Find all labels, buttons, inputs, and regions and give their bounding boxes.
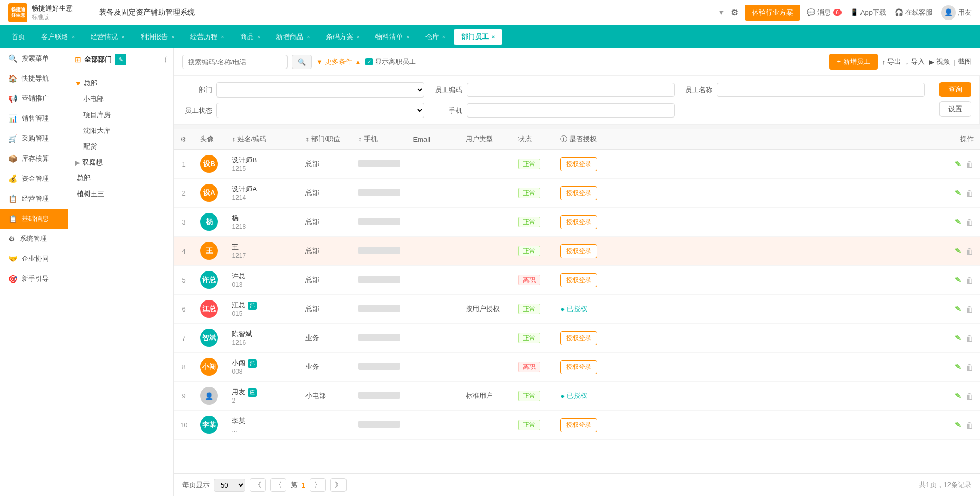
nav-barcode[interactable]: 条码方案 × <box>319 29 367 45</box>
dept-group-shuanting[interactable]: ▶ 双庭想 <box>68 154 173 170</box>
last-page-btn[interactable]: 》 <box>330 478 347 492</box>
sidebar-item-management[interactable]: 📋 经营管理 <box>0 189 68 209</box>
phone-input[interactable] <box>467 103 675 118</box>
sidebar-item-base[interactable]: 📋 基础信息 <box>0 209 68 229</box>
nav-close-icon[interactable]: × <box>171 34 174 40</box>
sidebar-item-system[interactable]: ⚙ 系统管理 <box>0 229 68 249</box>
nav-employees[interactable]: 部门员工 × <box>454 29 502 45</box>
dept-node-shenyang[interactable]: 沈阳大库 <box>68 123 173 139</box>
edit-btn[interactable]: ✎ <box>955 362 962 372</box>
nav-close-active-icon[interactable]: × <box>492 34 495 40</box>
sidebar-item-nav[interactable]: 🏠 快捷导航 <box>0 69 68 89</box>
show-resigned-checkbox[interactable]: ✓ <box>365 58 373 65</box>
page-size-select[interactable]: 50 20 100 <box>214 479 245 492</box>
import-btn[interactable]: ↓ 导入 <box>905 57 925 66</box>
dept-collapse-btn[interactable]: ⟨ <box>164 55 167 64</box>
col-dept-pos[interactable]: ↕ 部门/职位 <box>299 129 352 150</box>
nav-warehouse[interactable]: 仓库 × <box>418 29 453 45</box>
delete-btn[interactable]: 🗑 <box>966 392 974 401</box>
message-btn[interactable]: 💬 消息 6 <box>807 8 842 17</box>
edit-btn[interactable]: ✎ <box>955 275 962 285</box>
online-service-btn[interactable]: 🎧 在线客服 <box>895 8 933 17</box>
dept-edit-btn[interactable]: ✎ <box>115 54 126 65</box>
edit-btn[interactable]: ✎ <box>955 333 962 343</box>
dept-select[interactable] <box>216 82 424 98</box>
trial-button[interactable]: 体验行业方案 <box>745 5 800 21</box>
delete-btn[interactable]: 🗑 <box>966 305 974 314</box>
dept-node-dispatch[interactable]: 配货 <box>68 139 173 154</box>
edit-btn[interactable]: ✎ <box>955 304 962 314</box>
edit-btn[interactable]: ✎ <box>955 217 962 227</box>
auth-login-btn[interactable]: 授权登录 <box>560 360 597 374</box>
empstatus-select[interactable] <box>216 103 424 118</box>
dept-node-small-elec[interactable]: 小电部 <box>68 91 173 107</box>
nav-goods[interactable]: 商品 × <box>233 29 268 45</box>
query-btn[interactable]: 查询 <box>939 82 971 97</box>
nav-customer[interactable]: 客户联络 × <box>34 29 82 45</box>
user-btn[interactable]: 👤 用友 <box>941 5 972 20</box>
delete-btn[interactable]: 🗑 <box>966 421 974 430</box>
edit-btn[interactable]: ✎ <box>955 420 962 430</box>
col-phone[interactable]: ↕ 手机 <box>352 129 407 150</box>
nav-history[interactable]: 经营历程 × <box>183 29 231 45</box>
view-btn[interactable]: ▶ 视频 <box>929 57 950 66</box>
nav-add-goods[interactable]: 新增商品 × <box>269 29 317 45</box>
nav-close-icon[interactable]: × <box>257 34 260 40</box>
help-btn[interactable]: | 截图 <box>954 57 972 66</box>
auth-login-btn[interactable]: 授权登录 <box>560 273 597 287</box>
nav-bom[interactable]: 物料清单 × <box>368 29 417 45</box>
sidebar-item-finance[interactable]: 💰 资金管理 <box>0 169 68 189</box>
auth-login-btn[interactable]: 授权登录 <box>560 157 597 171</box>
nav-profit[interactable]: 利润报告 × <box>133 29 182 45</box>
sidebar-item-marketing[interactable]: 📢 营销推广 <box>0 89 68 109</box>
sidebar-item-sales[interactable]: 📊 销售管理 <box>0 109 68 129</box>
delete-btn[interactable]: 🗑 <box>966 247 974 256</box>
sidebar-item-purchase[interactable]: 🛒 采购管理 <box>0 129 68 149</box>
edit-btn[interactable]: ✎ <box>955 246 962 256</box>
export-btn[interactable]: ↑ 导出 <box>882 57 902 66</box>
app-download-btn[interactable]: 📱 App下载 <box>850 8 886 17</box>
col-settings[interactable]: ⚙ <box>174 129 194 150</box>
delete-btn[interactable]: 🗑 <box>966 334 974 343</box>
search-input[interactable] <box>182 55 288 69</box>
edit-btn[interactable]: ✎ <box>955 188 962 198</box>
empname-input[interactable] <box>717 83 925 97</box>
dropdown-icon[interactable]: ▼ <box>718 8 725 16</box>
dept-node-project[interactable]: 项目库房 <box>68 107 173 123</box>
reset-btn[interactable]: 设置 <box>939 101 971 117</box>
nav-close-icon[interactable]: × <box>121 34 124 40</box>
dept-group-general2[interactable]: 总部 <box>68 170 173 186</box>
auth-login-btn[interactable]: 授权登录 <box>560 215 597 229</box>
empcode-input[interactable] <box>467 83 675 97</box>
auth-login-btn[interactable]: 授权登录 <box>560 418 597 432</box>
auth-login-btn[interactable]: 授权登录 <box>560 331 597 345</box>
add-employee-btn[interactable]: + 新增员工 <box>829 54 877 70</box>
nav-close-icon[interactable]: × <box>357 34 360 40</box>
auth-login-btn[interactable]: 授权登录 <box>560 186 597 200</box>
delete-btn[interactable]: 🗑 <box>966 276 974 285</box>
settings-icon[interactable]: ⚙ <box>731 7 738 17</box>
nav-close-icon[interactable]: × <box>306 34 310 40</box>
show-resigned-toggle[interactable]: ✓ 显示离职员工 <box>365 57 416 66</box>
nav-home[interactable]: 首页 <box>4 29 33 45</box>
delete-btn[interactable]: 🗑 <box>966 189 974 198</box>
delete-btn[interactable]: 🗑 <box>966 218 974 227</box>
nav-close-icon[interactable]: × <box>72 34 75 40</box>
nav-operation[interactable]: 经营情况 × <box>83 29 132 45</box>
nav-close-icon[interactable]: × <box>442 34 446 40</box>
sidebar-item-guide[interactable]: 🎯 新手引导 <box>0 269 68 289</box>
nav-close-icon[interactable]: × <box>406 34 409 40</box>
prev-page-btn[interactable]: 〈 <box>270 478 286 492</box>
dept-group-planting[interactable]: 植树王三 <box>68 186 173 202</box>
sidebar-item-inventory[interactable]: 📦 库存核算 <box>0 149 68 169</box>
first-page-btn[interactable]: 《 <box>250 478 266 492</box>
col-name-code[interactable]: ↕ 姓名/编码 <box>225 129 299 150</box>
sidebar-item-search[interactable]: 🔍 搜索菜单 <box>0 48 68 69</box>
edit-btn[interactable]: ✎ <box>955 391 962 401</box>
edit-btn[interactable]: ✎ <box>955 159 962 169</box>
sidebar-item-collab[interactable]: 🤝 企业协同 <box>0 249 68 269</box>
search-button[interactable]: 🔍 <box>292 55 312 69</box>
dept-group-general[interactable]: ▼ 总部 <box>68 75 173 91</box>
auth-login-btn[interactable]: 授权登录 <box>560 244 597 258</box>
next-page-btn[interactable]: 〉 <box>310 478 326 492</box>
